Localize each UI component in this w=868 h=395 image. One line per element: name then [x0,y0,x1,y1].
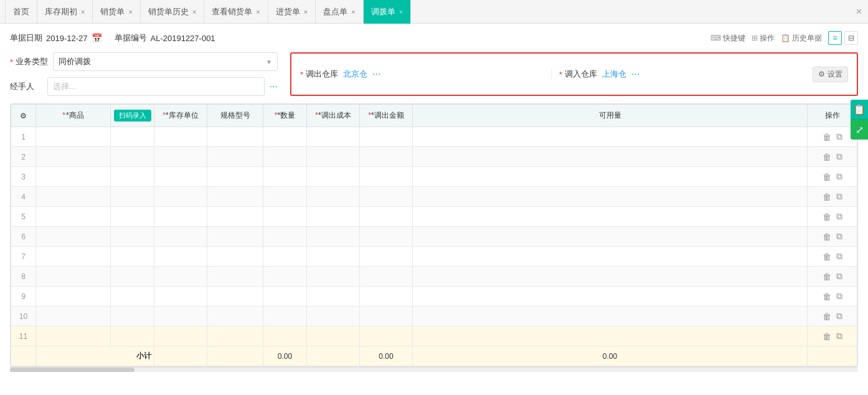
tab-transfer-order[interactable]: 调拨单 × [364,0,411,24]
copy-icon[interactable]: ⧉ [836,291,842,302]
row-num: 4 [11,187,36,207]
row-num: 11 [11,326,36,346]
close-tab-inventory-check[interactable]: × [351,8,355,16]
delete-icon[interactable]: 🗑 [823,212,831,222]
business-type-label: * 业务类型 [10,56,48,67]
copy-icon[interactable]: ⧉ [836,331,842,341]
copy-icon[interactable]: ⧉ [836,191,842,202]
table-row: 9🗑⧉ [11,287,857,307]
table-row: 6🗑⧉ [11,227,857,247]
table-row: 1🗑⧉ [11,127,857,147]
copy-icon[interactable]: ⧉ [836,151,842,162]
delete-icon[interactable]: 🗑 [823,312,831,321]
operation-toolbar-item[interactable]: ⊞ 操作 [752,33,775,44]
close-tab-sales-order[interactable]: × [128,8,132,16]
form-left: * 业务类型 同价调拨 ▼ 经手人 选择... ··· [10,52,278,96]
row-num: 6 [11,227,36,247]
table-row: 2🗑⧉ [11,147,857,167]
col-qty-header: **数量 [263,105,307,127]
scan-entry-button[interactable]: 扫码录入 [114,110,151,121]
delete-icon[interactable]: 🗑 [823,331,831,341]
tab-inventory-check[interactable]: 盘点单 × [316,0,363,24]
col-avail-header: 可用量 [413,105,808,127]
delete-icon[interactable]: 🗑 [823,192,831,202]
header-toolbar: ⌨ 快捷键 ⊞ 操作 📋 历史单据 ≡ ⊟ [710,31,858,45]
table-row-11: 11 🗑⧉ [11,326,857,346]
close-tab-view-sales[interactable]: × [256,8,260,16]
delete-icon[interactable]: 🗑 [823,292,831,302]
close-tab-purchase-order[interactable]: × [304,8,308,16]
right-toolbar: 📋 ⤢ [851,100,868,140]
doc-header-left: 单据日期 2019-12-27 📅 单据编号 AL-20191227-001 [10,32,215,44]
warehouse-divider [551,68,552,80]
close-tab-transfer-order[interactable]: × [399,8,403,16]
scrollbar-thumb[interactable] [10,368,134,372]
warehouse-out-field: * 调出仓库 北京仓 ··· [300,69,544,80]
row-num: 3 [11,167,36,187]
copy-icon[interactable]: ⧉ [836,171,842,182]
warehouse-in-more-button[interactable]: ··· [631,69,639,80]
warehouse-out-label: * 调出仓库 [300,69,338,80]
row-num: 8 [11,267,36,287]
tab-view-sales[interactable]: 查看销货单 × [204,0,268,24]
table-row: 10🗑⧉ [11,307,857,326]
person-input[interactable]: 选择... [47,77,265,96]
col-product-header: **商品 [36,105,111,127]
subtotal-label: 小计 [136,351,151,360]
right-toolbar-notes-button[interactable]: 📋 [851,100,868,120]
business-type-input[interactable]: 同价调拨 ▼ [53,52,278,71]
subtotal-label-cell [11,346,36,366]
settings-button[interactable]: ⚙ 设置 [813,67,848,82]
delete-icon[interactable]: 🗑 [823,132,831,142]
layout-grid-button[interactable]: ⊟ [844,31,858,45]
tab-sales-order[interactable]: 销货单 × [93,0,140,24]
delete-icon[interactable]: 🗑 [823,252,831,262]
row-num: 2 [11,147,36,167]
subtotal-row: 小计 0.00 0.00 0.00 [11,346,857,366]
copy-icon[interactable]: ⧉ [836,211,842,222]
calendar-icon[interactable]: 📅 [92,33,102,43]
shortcut-icon: ⌨ [710,34,721,42]
doc-number-field: 单据编号 AL-20191227-001 [115,32,215,44]
tab-sales-history[interactable]: 销货单历史 × [141,0,204,24]
warehouse-in-value[interactable]: 上海仓 [602,69,626,80]
shortcut-toolbar-item[interactable]: ⌨ 快捷键 [710,33,745,44]
delete-icon[interactable]: 🗑 [823,172,831,182]
tab-inventory-init[interactable]: 库存期初 × [37,0,93,24]
copy-icon[interactable]: ⧉ [836,251,842,262]
product-table: ⚙ **商品 扫码录入 **库存单位 规格型号 **数量 [10,103,858,367]
col-gear-header[interactable]: ⚙ [11,105,36,127]
doc-date-value: 2019-12-27 [46,34,88,43]
col-cost-header: **调出成本 [307,105,360,127]
copy-icon[interactable]: ⧉ [836,271,842,282]
close-tab-inventory-init[interactable]: × [81,8,85,16]
operation-icon: ⊞ [752,34,758,42]
warehouse-in-field: * 调入仓库 上海仓 ··· [559,69,803,80]
tab-home[interactable]: 首页 [5,0,37,24]
table-header-row: ⚙ **商品 扫码录入 **库存单位 规格型号 **数量 [11,105,857,127]
delete-icon[interactable]: 🗑 [823,152,831,162]
row-num: 5 [11,207,36,227]
warehouse-out-value[interactable]: 北京仓 [343,69,367,80]
delete-icon[interactable]: 🗑 [823,232,831,242]
gear-header-icon[interactable]: ⚙ [20,112,27,120]
layout-list-button[interactable]: ≡ [828,31,842,45]
delete-icon[interactable]: 🗑 [823,272,831,282]
col-unit-header: **库存单位 [154,105,207,127]
subtotal-amount: 0.00 [413,346,808,366]
right-toolbar-expand-button[interactable]: ⤢ [851,120,868,140]
copy-icon[interactable]: ⧉ [836,311,842,321]
horizontal-scrollbar[interactable] [10,367,858,372]
row-num: 1 [11,127,36,147]
history-icon: 📋 [781,34,790,42]
col-scan-header[interactable]: 扫码录入 [111,105,154,127]
history-toolbar-item[interactable]: 📋 历史单据 [781,33,822,44]
close-window-button[interactable]: × [856,6,862,17]
warehouse-in-label: * 调入仓库 [559,69,597,80]
tab-purchase-order[interactable]: 进货单 × [268,0,316,24]
person-more-button[interactable]: ··· [270,81,278,92]
copy-icon[interactable]: ⧉ [836,231,842,242]
warehouse-out-more-button[interactable]: ··· [372,69,380,80]
copy-icon[interactable]: ⧉ [836,131,842,142]
close-tab-sales-history[interactable]: × [192,8,196,16]
